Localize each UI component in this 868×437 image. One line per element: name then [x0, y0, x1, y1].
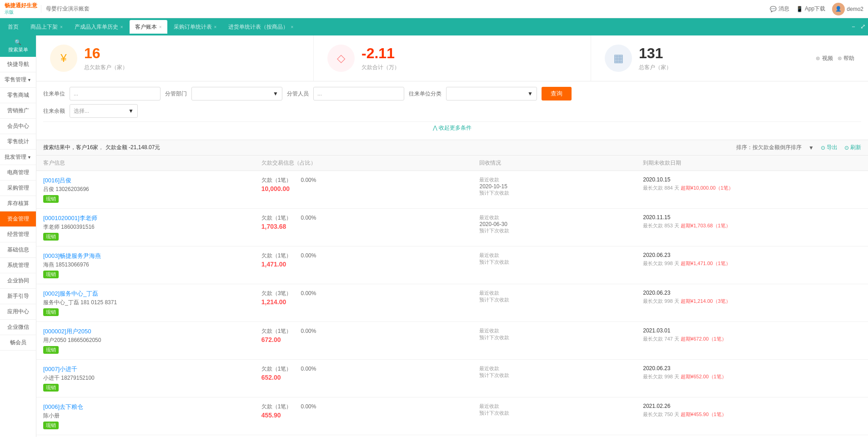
- overdue-link[interactable]: 超期¥1,214.00（3笔）: [681, 298, 731, 304]
- collapse-label: 收起更多条件: [439, 125, 472, 131]
- dept-select[interactable]: ▼: [191, 87, 282, 100]
- from-unit-dots: ...: [74, 90, 78, 97]
- debt-customers-value: 16: [84, 45, 128, 62]
- overdue-date: 2020.11.15: [643, 214, 861, 221]
- sidebar-item-inventory[interactable]: 库存核算: [0, 196, 36, 211]
- customer-name-link[interactable]: [0006]去下粮仓: [43, 403, 83, 410]
- avatar: 👤: [832, 3, 845, 15]
- sidebar-item-wechat[interactable]: 企业微信: [0, 320, 36, 335]
- tab-minimize-icon[interactable]: －: [850, 23, 857, 31]
- overdue-link[interactable]: 超期¥652.00（1笔）: [681, 374, 727, 379]
- overdue-info: 最长欠款 750 天 超期¥455.90（1笔）: [643, 411, 861, 418]
- sidebar-item-retail-store[interactable]: 零售商城: [0, 88, 36, 103]
- debt-ratio: 0.00%: [301, 290, 316, 296]
- sidebar-item-operations[interactable]: 经营管理: [0, 227, 36, 242]
- sidebar-item-marketing[interactable]: 营销推广: [0, 103, 36, 119]
- sidebar-item-retail-stats[interactable]: 零售统计: [0, 134, 36, 150]
- app-download-button[interactable]: 📱 App下载: [796, 5, 825, 13]
- customer-tag: 现销: [43, 308, 59, 316]
- sidebar-item-member[interactable]: 会员中心: [0, 119, 36, 134]
- customer-tag: 现销: [43, 346, 59, 354]
- debt-ratio: 0.00%: [301, 328, 316, 334]
- query-button[interactable]: 查询: [542, 87, 572, 100]
- collection-cell: 最近收款 预计下次收款: [479, 252, 643, 266]
- debt-total-value: -2.11: [361, 45, 400, 62]
- tab-product-off-close[interactable]: ×: [60, 25, 63, 30]
- next-collection-label: 预计下次收款: [479, 190, 643, 196]
- user-menu[interactable]: 👤 demo2: [832, 3, 863, 15]
- tab-import-stats[interactable]: 进货单统计表（按商品） ×: [223, 20, 299, 34]
- overdue-info: 最长欠款 998 天 超期¥1,471.00（1笔）: [643, 260, 861, 267]
- next-collection-label: 预计下次收款: [479, 296, 643, 303]
- tab-home[interactable]: 首页: [2, 20, 24, 34]
- collapse-button[interactable]: ⋀ 收起更多条件: [43, 121, 861, 134]
- tab-product-in[interactable]: 产成品入库单历史 ×: [69, 20, 129, 34]
- data-table: 客户信息 欠款交易信息（占比） 回收情况 到期未收款日期 [0016]吕俊 吕俊…: [36, 156, 868, 437]
- overdue-link[interactable]: 超期¥455.90（1笔）: [681, 412, 727, 417]
- customer-phone: 用户2050 18665062050: [43, 337, 261, 344]
- customer-name-link[interactable]: [0002]服务中心_丁磊: [43, 290, 98, 297]
- total-customers-label: 总客户（家）: [639, 64, 672, 71]
- tab-import-stats-close[interactable]: ×: [291, 25, 293, 30]
- sidebar-search[interactable]: 🔍 搜索菜单: [0, 35, 36, 57]
- debt-count: 欠款（1笔）: [261, 214, 292, 222]
- tab-import-stats-label: 进货单统计表（按商品）: [228, 23, 288, 31]
- tab-product-off[interactable]: 商品上下架 ×: [25, 20, 68, 34]
- table-row: [0007]小进千 小进千 18279152100 现销 欠款（1笔） 652.…: [36, 360, 868, 397]
- sidebar-item-finance[interactable]: 资金管理: [0, 211, 36, 227]
- sidebar-item-app-center[interactable]: 应用中心: [0, 304, 36, 320]
- customer-name-link[interactable]: [0007]小进千: [43, 366, 77, 372]
- customer-name-link[interactable]: [0003]畅捷服务尹海燕: [43, 252, 101, 259]
- tab-customer-account[interactable]: 客户账本 ×: [130, 20, 167, 34]
- overdue-link[interactable]: 超期¥672.00（1笔）: [681, 336, 727, 342]
- sidebar-item-retail-mgmt[interactable]: 零售管理 ▼: [0, 72, 36, 88]
- table-row: [0016]吕俊 吕俊 13026203696 现销 欠款（1笔） 10,000…: [36, 171, 868, 209]
- balance-select[interactable]: 选择... ▼: [70, 104, 138, 118]
- overdue-cell: 2020.10.15 最长欠款 884 天 超期¥10,000.00（1笔）: [643, 176, 861, 191]
- sidebar-item-guide[interactable]: 新手引导: [0, 289, 36, 304]
- overdue-link[interactable]: 超期¥10,000.00（1笔）: [681, 185, 733, 191]
- sidebar-item-ecommerce[interactable]: 电商管理: [0, 165, 36, 181]
- help-button[interactable]: ⊙ 帮助: [838, 55, 854, 62]
- sidebar-item-quick-nav[interactable]: 快捷导航: [0, 57, 36, 72]
- message-button[interactable]: 💬 消息: [770, 5, 789, 13]
- sidebar-retail-store-label: 零售商城: [7, 92, 29, 98]
- table-row: [0002]服务中心_丁磊 服务中心_丁磊 181 0125 8371 现销 欠…: [36, 284, 868, 322]
- overdue-link[interactable]: 超期¥1,471.00（1笔）: [681, 261, 731, 266]
- customer-name-link[interactable]: [000002]用户2050: [43, 328, 91, 335]
- refresh-button[interactable]: ⊙ 刷新: [844, 144, 861, 151]
- customer-name-link[interactable]: [0016]吕俊: [43, 177, 71, 184]
- tab-product-in-close[interactable]: ×: [120, 25, 123, 30]
- sidebar-item-basic-info[interactable]: 基础信息: [0, 242, 36, 258]
- tab-purchase-order-label: 采购订单统计表: [174, 23, 212, 31]
- debt-count: 欠款（3笔）: [261, 290, 292, 297]
- overdue-link[interactable]: 超期¥1,703.68（1笔）: [681, 223, 731, 228]
- export-button[interactable]: ⊙ 导出: [821, 144, 838, 151]
- customer-info-cell: [0001020001]李老师 李老师 18600391516 现销: [43, 214, 261, 241]
- from-unit-input[interactable]: ...: [70, 87, 161, 100]
- sidebar-item-system[interactable]: 系统管理: [0, 258, 36, 273]
- person-label: 分管人员: [287, 90, 309, 98]
- search-icon: 🔍: [15, 39, 21, 45]
- sidebar-item-purchase[interactable]: 采购管理: [0, 181, 36, 196]
- sidebar-item-member-card[interactable]: 畅会员: [0, 335, 36, 351]
- tab-customer-account-close[interactable]: ×: [159, 25, 162, 30]
- customer-name-link[interactable]: [0001020001]李老师: [43, 215, 97, 221]
- video-button[interactable]: ⊙ 视频: [816, 55, 833, 62]
- chevron-down-icon: ▼: [27, 78, 31, 82]
- person-input[interactable]: ...: [313, 87, 404, 100]
- overdue-cell: 2020.06.23 最长欠款 998 天 超期¥652.00（1笔）: [643, 365, 861, 380]
- tab-purchase-order[interactable]: 采购订单统计表 ×: [168, 20, 222, 34]
- tab-expand-icon[interactable]: ⤢: [860, 23, 866, 31]
- unit-classify-select[interactable]: ▼: [446, 87, 537, 100]
- customer-tag: 现销: [43, 384, 59, 392]
- sidebar-item-batch-mgmt[interactable]: 批发管理 ▼: [0, 150, 36, 165]
- tab-purchase-order-close[interactable]: ×: [214, 25, 217, 30]
- customer-info-cell: [0016]吕俊 吕俊 13026203696 现销: [43, 176, 261, 203]
- overdue-date: 2020.06.23: [643, 365, 861, 372]
- overdue-info: 最长欠款 747 天 超期¥672.00（1笔）: [643, 336, 861, 342]
- debt-amount: 672.00: [261, 336, 292, 343]
- refresh-label: 刷新: [850, 144, 861, 151]
- customer-info-cell: [0006]去下粮仓 陈小册 现销: [43, 403, 261, 429]
- sidebar-item-enterprise[interactable]: 企业协同: [0, 273, 36, 289]
